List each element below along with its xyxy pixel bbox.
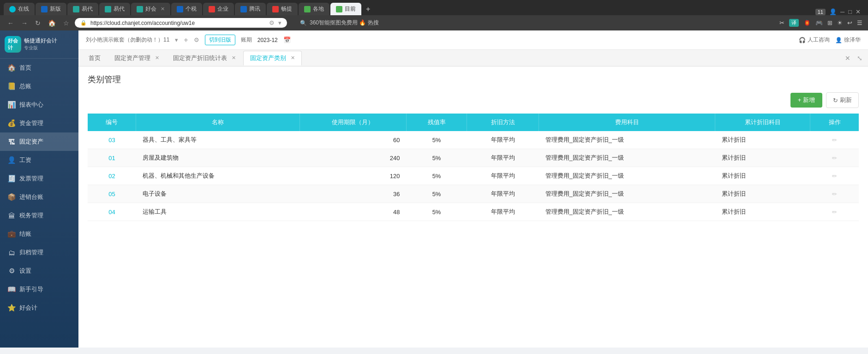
- cell-code[interactable]: 01: [88, 149, 136, 167]
- sidebar-item-label: 首页: [19, 64, 31, 72]
- expand-tab-icon[interactable]: ⤡: [855, 54, 864, 63]
- cell-method: 年限平均: [467, 185, 539, 203]
- sidebar-item-haohui[interactable]: ⭐ 好会计: [0, 299, 78, 317]
- menu-icon[interactable]: ☰: [857, 19, 862, 26]
- page-tab-asset-category[interactable]: 固定资产类别 ✕: [243, 51, 302, 66]
- switch-version-button[interactable]: 切到旧版: [205, 35, 235, 45]
- browser-tab-qiye[interactable]: 企业: [203, 3, 234, 15]
- sidebar-item-fixed-assets[interactable]: 🏗 固定资产: [0, 132, 78, 151]
- coupon-icon[interactable]: 🏮: [803, 19, 811, 26]
- new-tab-button[interactable]: +: [362, 3, 374, 15]
- page-tab-depreciation-table[interactable]: 固定资产折旧统计表 ✕: [167, 51, 242, 65]
- col-header-expense: 费用科目: [539, 114, 715, 131]
- sidebar-item-tax[interactable]: 🏛 税务管理: [0, 206, 78, 225]
- sidebar: 好会计 畅捷通好会计 专业版 🏠 首页 📒 总账 📊 报表中心 💰 资金管理 🏗…: [0, 30, 78, 348]
- reload-button[interactable]: ↻: [33, 18, 42, 28]
- page-tab-label: 固定资产类别: [250, 54, 286, 62]
- edit-button[interactable]: ✏: [832, 173, 837, 180]
- table-row: 04 运输工具 48 5% 年限平均 管理费用_固定资产折旧_一级 累计折旧 ✏: [88, 203, 859, 221]
- page-tab-close[interactable]: ✕: [291, 55, 295, 61]
- scissors-icon[interactable]: ✂: [779, 19, 784, 26]
- browser-tab-label: 好会: [145, 5, 156, 13]
- sun-icon[interactable]: ☀: [837, 19, 843, 26]
- add-account-button[interactable]: +: [184, 36, 188, 44]
- page-tab-label: 固定资产折旧统计表: [173, 54, 227, 62]
- user-icon: 👤: [835, 37, 842, 43]
- cell-method: 年限平均: [467, 167, 539, 185]
- browser-tab-yidai1[interactable]: 易代: [67, 3, 98, 15]
- sidebar-item-payroll[interactable]: 👤 工资: [0, 151, 78, 169]
- url-input[interactable]: 🔒 https://cloud.chanjet.com/accounting/u…: [75, 18, 287, 28]
- sidebar-item-invoice[interactable]: 🧾 发票管理: [0, 169, 78, 188]
- browser-tab-close[interactable]: ✕: [161, 6, 165, 12]
- consultant-button[interactable]: 🎧 人工咨询: [799, 36, 830, 44]
- sidebar-item-settlement[interactable]: 💼 结账: [0, 225, 78, 243]
- close-tab-icon[interactable]: ✕: [843, 54, 852, 63]
- user-profile-button[interactable]: 👤 徐泽华: [835, 36, 861, 44]
- refresh-button[interactable]: ↻ 刷新: [826, 92, 859, 108]
- close-window-icon[interactable]: ✕: [856, 8, 861, 15]
- browser-tab-label: 企业: [217, 5, 228, 13]
- edit-button[interactable]: ✏: [832, 191, 837, 198]
- page-tab-fixed-assets-mgmt[interactable]: 固定资产管理 ✕: [108, 51, 166, 65]
- cell-period: 120: [299, 167, 406, 185]
- url-site-settings-icon[interactable]: ⚙: [269, 19, 275, 26]
- browser-tab-xinban[interactable]: 新版: [36, 3, 66, 15]
- sidebar-item-funds[interactable]: 💰 资金管理: [0, 114, 78, 132]
- col-header-period: 使用期限（月）: [299, 114, 406, 131]
- browser-tab-haohui[interactable]: 好会 ✕: [131, 3, 170, 15]
- page-tab-home[interactable]: 首页: [82, 51, 107, 65]
- game-icon[interactable]: 🎮: [815, 19, 823, 26]
- cell-code[interactable]: 02: [88, 167, 136, 185]
- page-tab-label: 固定资产管理: [114, 54, 150, 62]
- minimize-icon[interactable]: ─: [840, 8, 844, 15]
- cell-name: 器具、工具、家具等: [136, 131, 299, 149]
- bookmark-button[interactable]: ☆: [61, 18, 71, 28]
- add-category-button[interactable]: + 新增: [790, 93, 822, 108]
- sidebar-item-home[interactable]: 🏠 首页: [0, 59, 78, 77]
- browser-toolbar: ✂ 译 🏮 🎮 ⊞ ☀ ↩ ☰: [779, 19, 862, 27]
- page-tab-label: 首页: [89, 54, 101, 62]
- page-tab-close[interactable]: ✕: [232, 55, 236, 61]
- sidebar-item-settings[interactable]: ⚙ 设置: [0, 262, 78, 280]
- edit-button[interactable]: ✏: [832, 137, 837, 144]
- cell-period: 240: [299, 149, 406, 167]
- browser-tab-geshui[interactable]: 个税: [171, 3, 202, 15]
- back-button[interactable]: ←: [6, 18, 16, 28]
- maximize-icon[interactable]: □: [848, 8, 852, 15]
- archive-icon: 🗂: [7, 249, 16, 257]
- cell-code[interactable]: 04: [88, 203, 136, 221]
- home-icon: 🏠: [7, 64, 16, 72]
- grid-icon[interactable]: ⊞: [827, 19, 832, 26]
- browser-tab-gedi[interactable]: 各地: [299, 3, 329, 15]
- sidebar-item-archive[interactable]: 🗂 归档管理: [0, 243, 78, 262]
- browser-tab-changti[interactable]: 畅提: [267, 3, 298, 15]
- refresh-icon: ↻: [833, 97, 838, 104]
- url-dropdown-icon[interactable]: ▾: [278, 19, 281, 26]
- forward-button[interactable]: →: [19, 18, 30, 28]
- sidebar-item-guide[interactable]: 📖 新手引导: [0, 280, 78, 299]
- logo-sub: 专业版: [24, 45, 57, 51]
- browser-tab-tengxun[interactable]: 腾讯: [235, 3, 266, 15]
- dropdown-icon[interactable]: ▾: [175, 36, 178, 43]
- translate-icon[interactable]: 译: [789, 19, 799, 27]
- sidebar-item-general-ledger[interactable]: 📒 总账: [0, 77, 78, 96]
- page-tabs-actions: ✕ ⤡: [843, 54, 864, 63]
- undo-icon[interactable]: ↩: [847, 19, 852, 26]
- settings-header-icon[interactable]: ⚙: [194, 36, 199, 43]
- sidebar-item-label: 结账: [19, 230, 31, 238]
- browser-tab-muqian[interactable]: 目前: [330, 3, 361, 15]
- cell-action: ✏: [810, 131, 859, 149]
- home-button[interactable]: 🏠: [46, 18, 58, 28]
- edit-button[interactable]: ✏: [832, 155, 837, 162]
- cell-code[interactable]: 05: [88, 185, 136, 203]
- browser-tab-yidai2[interactable]: 易代: [99, 3, 130, 15]
- cell-code[interactable]: 03: [88, 131, 136, 149]
- calendar-icon[interactable]: 📅: [283, 36, 291, 43]
- edit-button[interactable]: ✏: [832, 209, 837, 216]
- sidebar-item-reports[interactable]: 📊 报表中心: [0, 96, 78, 114]
- browser-tab-zaixin[interactable]: 在线: [4, 3, 35, 15]
- sidebar-item-inventory[interactable]: 📦 进销台账: [0, 188, 78, 206]
- cell-period: 36: [299, 185, 406, 203]
- page-tab-close[interactable]: ✕: [155, 55, 159, 61]
